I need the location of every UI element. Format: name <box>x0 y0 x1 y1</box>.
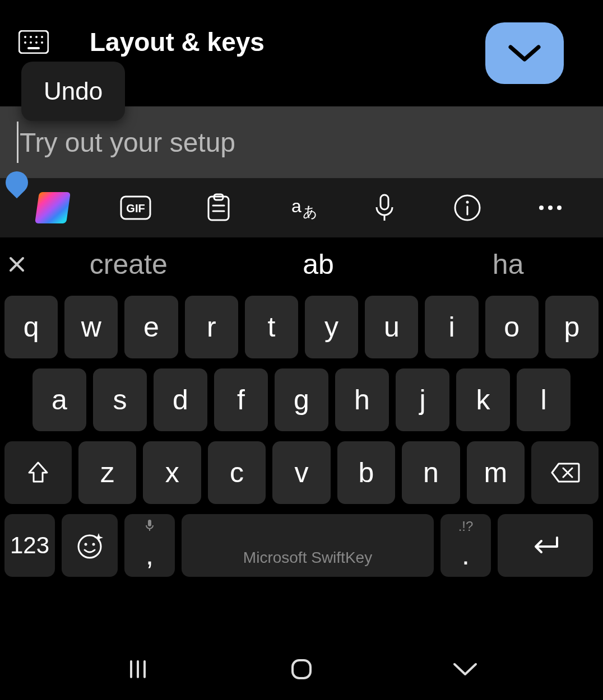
svg-point-27 <box>85 543 87 546</box>
key-b[interactable]: b <box>337 441 395 504</box>
suggestion-bar: create ab ha <box>0 237 603 291</box>
close-icon <box>8 256 25 273</box>
suggestion-1[interactable]: create <box>34 248 224 281</box>
more-icon <box>537 204 564 211</box>
key-period[interactable]: .!? . <box>440 514 491 577</box>
copilot-button[interactable] <box>19 185 86 230</box>
svg-point-8 <box>41 41 43 44</box>
translate-button[interactable]: a あ <box>268 185 335 230</box>
nav-recents[interactable] <box>104 658 171 680</box>
key-g[interactable]: g <box>275 368 328 431</box>
svg-point-2 <box>30 36 32 38</box>
translate-icon: a あ <box>284 194 319 221</box>
svg-point-24 <box>548 206 553 210</box>
key-k[interactable]: k <box>456 368 510 431</box>
svg-point-25 <box>557 206 562 210</box>
svg-rect-0 <box>19 31 48 53</box>
input-placeholder: Try out your setup <box>20 127 235 158</box>
mic-icon <box>373 193 396 223</box>
gif-button[interactable]: GIF <box>102 185 169 230</box>
nav-home[interactable] <box>268 657 335 682</box>
text-cursor <box>17 122 18 163</box>
copilot-icon <box>35 192 71 223</box>
svg-text:GIF: GIF <box>126 202 145 214</box>
keyboard-row-4: 123 , Microsoft SwiftKey .!? . <box>2 514 601 577</box>
svg-point-6 <box>30 41 32 44</box>
svg-rect-9 <box>27 47 40 49</box>
key-m[interactable]: m <box>467 441 525 504</box>
key-emoji[interactable] <box>62 514 118 577</box>
suggestion-3[interactable]: ha <box>413 248 603 281</box>
key-q[interactable]: q <box>4 296 58 358</box>
key-numbers[interactable]: 123 <box>4 514 55 577</box>
svg-text:あ: あ <box>303 203 318 220</box>
backspace-icon <box>550 461 580 484</box>
key-w[interactable]: w <box>64 296 118 358</box>
keyboard-row-1: q w e r t y u i o p <box>2 296 601 358</box>
svg-point-23 <box>539 206 544 210</box>
key-j[interactable]: j <box>396 368 449 431</box>
nav-back[interactable] <box>432 661 499 678</box>
keyboard-row-3: z x c v b n m <box>2 441 601 504</box>
key-p[interactable]: p <box>545 296 599 358</box>
key-v[interactable]: v <box>272 441 330 504</box>
recents-icon <box>127 658 149 680</box>
keyboard-settings-icon[interactable] <box>17 28 50 56</box>
key-o[interactable]: o <box>485 296 539 358</box>
svg-point-4 <box>41 36 43 38</box>
chevron-down-icon <box>507 43 542 64</box>
key-d[interactable]: d <box>154 368 207 431</box>
key-comma[interactable]: , <box>124 514 175 577</box>
svg-rect-29 <box>148 520 151 526</box>
svg-point-1 <box>24 36 26 38</box>
info-button[interactable] <box>434 185 501 230</box>
svg-point-21 <box>466 201 469 204</box>
key-s[interactable]: s <box>93 368 147 431</box>
home-icon <box>289 657 314 682</box>
info-icon <box>453 193 482 222</box>
key-enter[interactable] <box>498 514 593 577</box>
shift-icon <box>27 460 49 485</box>
key-n[interactable]: n <box>402 441 460 504</box>
close-suggestions-button[interactable] <box>0 256 34 273</box>
key-c[interactable]: c <box>208 441 266 504</box>
key-a[interactable]: a <box>33 368 86 431</box>
system-nav-bar <box>0 638 603 700</box>
key-f[interactable]: f <box>214 368 268 431</box>
key-shift[interactable] <box>4 441 72 504</box>
key-r[interactable]: r <box>185 296 238 358</box>
svg-text:a: a <box>291 196 301 216</box>
key-z[interactable]: z <box>78 441 136 504</box>
keyboard-toolbar: GIF a あ <box>0 178 603 237</box>
key-u[interactable]: u <box>365 296 418 358</box>
mic-button[interactable] <box>351 185 418 230</box>
header: Layout & keys Undo <box>0 0 603 106</box>
keyboard-row-2: a s d f g h j k l <box>2 368 601 431</box>
gif-icon: GIF <box>120 195 151 220</box>
svg-rect-18 <box>381 195 388 209</box>
svg-point-7 <box>35 41 38 44</box>
key-l[interactable]: l <box>517 368 570 431</box>
key-i[interactable]: i <box>425 296 478 358</box>
suggestion-2[interactable]: ab <box>224 248 414 281</box>
key-space[interactable]: Microsoft SwiftKey <box>182 514 434 577</box>
chevron-down-icon <box>451 661 479 678</box>
more-button[interactable] <box>517 185 584 230</box>
mic-sub-icon <box>145 519 155 535</box>
svg-point-3 <box>35 36 38 38</box>
key-h[interactable]: h <box>335 368 389 431</box>
enter-icon <box>529 534 562 557</box>
key-x[interactable]: x <box>143 441 201 504</box>
key-t[interactable]: t <box>245 296 298 358</box>
clipboard-icon <box>206 193 231 222</box>
page-title: Layout & keys <box>90 27 265 57</box>
undo-popup[interactable]: Undo <box>21 62 125 121</box>
key-e[interactable]: e <box>124 296 178 358</box>
collapse-button[interactable] <box>485 22 564 84</box>
clipboard-button[interactable] <box>185 185 252 230</box>
key-backspace[interactable] <box>531 441 599 504</box>
svg-point-28 <box>92 543 95 546</box>
emoji-sparkle-icon <box>74 530 105 561</box>
key-y[interactable]: y <box>305 296 358 358</box>
keyboard: q w e r t y u i o p a s d f g h j k l z … <box>0 291 603 577</box>
